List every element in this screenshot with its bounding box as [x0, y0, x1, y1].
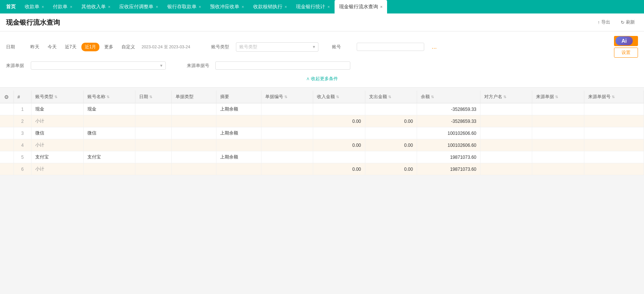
cell-balance: 19871073.60 — [417, 151, 480, 163]
cell-date — [135, 163, 172, 175]
date-opt-more[interactable]: 更多 — [101, 43, 117, 51]
th-gear[interactable]: ⚙ — [0, 91, 14, 103]
nav-tab-yushou[interactable]: 预收冲应收单× — [206, 0, 248, 13]
source-doc-label: 来源单据 — [6, 63, 25, 69]
ellipsis-button[interactable]: ... — [430, 43, 438, 50]
collapse-bar[interactable]: ∧ 收起更多条件 — [6, 73, 638, 83]
nav-tab-yinhang[interactable]: 银行存取款单× — [163, 0, 206, 13]
cell-balance: -3528659.33 — [417, 103, 480, 115]
close-icon[interactable]: × — [70, 4, 72, 9]
th-income[interactable]: 收入金额⇅ — [313, 91, 365, 103]
chevron-down-icon: ▾ — [313, 44, 315, 49]
source-doc-select[interactable]: ▾ — [31, 61, 166, 70]
close-icon[interactable]: × — [156, 4, 158, 9]
cell-source_doc_no — [584, 115, 644, 127]
nav-tab-qitashouru[interactable]: 其他收入单× — [77, 0, 115, 13]
date-opt-7days[interactable]: 近7天 — [62, 43, 80, 51]
cell-account_name: 微信 — [83, 127, 135, 139]
cell-income: 0.00 — [313, 163, 365, 175]
th-doc-type: 单据类型 — [172, 91, 216, 103]
cell-gear — [0, 115, 14, 127]
date-range-display: 2023-02-24 至 2023-03-24 — [141, 44, 190, 50]
close-icon[interactable]: × — [380, 4, 383, 9]
date-opt-1month[interactable]: 近1月 — [81, 43, 100, 51]
nav-tab-shoukuandan[interactable]: 收款单× — [20, 0, 48, 13]
sort-icon: ⇅ — [284, 95, 287, 99]
nav-home[interactable]: 首页 — [2, 0, 20, 13]
export-button[interactable]: ↑ 导出 — [594, 18, 613, 27]
cell-account_type: 小计 — [32, 163, 83, 175]
cell-source_doc — [532, 127, 584, 139]
cell-balance: -3528659.33 — [417, 115, 480, 127]
nav-tab-xianjintongji[interactable]: 现金银行统计× — [291, 0, 334, 13]
table-row: 5支付宝支付宝上期余额19871073.60 — [0, 151, 644, 163]
cell-counterparty — [480, 103, 532, 115]
th-date[interactable]: 日期⇅ — [135, 91, 172, 103]
cell-balance: 100102606.60 — [417, 127, 480, 139]
th-source-doc[interactable]: 来源单据⇅ — [532, 91, 584, 103]
th-account-name[interactable]: 账号名称⇅ — [83, 91, 135, 103]
cell-source_doc — [532, 163, 584, 175]
sort-icon: ⇅ — [431, 95, 434, 99]
sort-icon: ⇅ — [336, 95, 339, 99]
cell-summary: 上期余额 — [216, 127, 261, 139]
table-row: 6小计0.000.0019871073.60 — [0, 163, 644, 175]
cell-doc_type — [172, 115, 216, 127]
filter-area: 日期 昨天 今天 近7天 近1月 更多 自定义 2023-02-24 至 202… — [0, 31, 644, 88]
nav-tab-fukuandan[interactable]: 付款单× — [48, 0, 77, 13]
close-icon[interactable]: × — [199, 4, 201, 9]
account-label: 账号 — [332, 44, 351, 50]
account-input[interactable] — [357, 43, 424, 51]
cell-income: 0.00 — [313, 115, 365, 127]
sort-icon: ⇅ — [612, 95, 615, 99]
cell-source_doc — [532, 151, 584, 163]
cell-doc_no — [261, 115, 313, 127]
date-opt-yesterday[interactable]: 昨天 — [27, 43, 43, 51]
nav-tab-yingshouyingfu[interactable]: 应收应付调整单× — [115, 0, 162, 13]
cell-expense — [365, 103, 417, 115]
data-table: ⚙ # 账号类型⇅ 账号名称⇅ 日期⇅ 单据类型 摘要 单据编号⇅ 收入金额⇅ … — [0, 91, 644, 175]
cell-expense: 0.00 — [365, 115, 417, 127]
table-row: 2小计0.000.00-3528659.33 — [0, 115, 644, 127]
nav-bar: 首页 收款单× 付款单× 其他收入单× 应收应付调整单× 银行存取款单× 预收冲… — [0, 0, 644, 13]
cell-doc_no — [261, 163, 313, 175]
th-doc-no[interactable]: 单据编号⇅ — [261, 91, 313, 103]
th-expense[interactable]: 支出金额⇅ — [365, 91, 417, 103]
cell-row_num: 6 — [14, 163, 32, 175]
account-type-label: 账号类型 — [211, 44, 230, 50]
nav-tab-liushui[interactable]: 现金银行流水查询× — [335, 0, 387, 13]
cell-date — [135, 103, 172, 115]
source-doc-num-input[interactable] — [215, 61, 350, 70]
cell-date — [135, 115, 172, 127]
date-opt-today[interactable]: 今天 — [44, 43, 60, 51]
refresh-button[interactable]: ↻ 刷新 — [618, 18, 638, 27]
close-icon[interactable]: × — [108, 4, 110, 9]
cell-doc_type — [172, 163, 216, 175]
close-icon[interactable]: × — [42, 4, 44, 9]
close-icon[interactable]: × — [285, 4, 287, 9]
date-opt-custom[interactable]: 自定义 — [118, 43, 138, 51]
nav-tab-shoukuanhexiao[interactable]: 收款核销执行× — [249, 0, 291, 13]
account-type-select[interactable]: 账号类型 ▾ — [236, 42, 318, 52]
cell-account_name: 现金 — [83, 103, 135, 115]
cell-source_doc_no — [584, 163, 644, 175]
chevron-down-icon-2: ▾ — [160, 63, 162, 68]
ai-badge[interactable]: Ai — [615, 36, 633, 45]
close-icon[interactable]: × — [242, 4, 244, 9]
th-account-type[interactable]: 账号类型⇅ — [32, 91, 83, 103]
th-balance[interactable]: 余额⇅ — [417, 91, 480, 103]
cell-expense — [365, 127, 417, 139]
th-source-doc-no[interactable]: 来源单据号⇅ — [584, 91, 644, 103]
gear-icon[interactable]: ⚙ — [4, 94, 9, 100]
cell-income: 0.00 — [313, 139, 365, 151]
table-container: ⚙ # 账号类型⇅ 账号名称⇅ 日期⇅ 单据类型 摘要 单据编号⇅ 收入金额⇅ … — [0, 91, 644, 175]
cell-account_type: 支付宝 — [32, 151, 83, 163]
cell-doc_no — [261, 127, 313, 139]
th-counterparty[interactable]: 对方户名⇅ — [480, 91, 532, 103]
table-body: 1现金现金上期余额-3528659.332小计0.000.00-3528659.… — [0, 103, 644, 175]
settings-button[interactable]: 设置 — [614, 48, 638, 58]
cell-counterparty — [480, 139, 532, 151]
close-icon[interactable]: × — [327, 4, 330, 9]
cell-gear — [0, 127, 14, 139]
sort-icon: ⇅ — [54, 95, 57, 99]
